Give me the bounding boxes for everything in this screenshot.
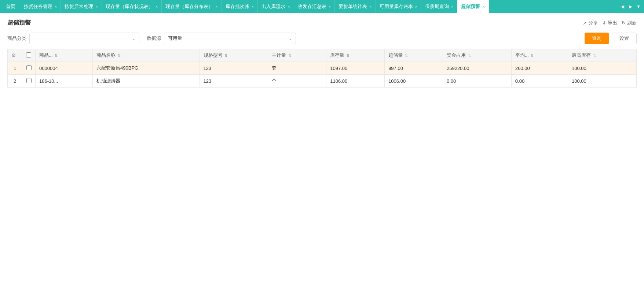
nav-tab-11[interactable]: 超储预警 × — [457, 0, 489, 13]
table-row: 1 0000004 六配套新昌490BPG 123 套 1097.00 997.… — [8, 62, 637, 75]
sort-icon-name: ⇅ — [118, 53, 121, 58]
col-over-label: 超储量 — [388, 52, 403, 58]
table-header-capital[interactable]: 资金占用 ⇅ — [443, 49, 511, 62]
nav-tab-2-label: 拣货异常处理 — [65, 3, 93, 10]
row-capital-2: 0.00 — [443, 75, 511, 88]
nav-home[interactable]: 首页 — [1, 0, 20, 13]
export-label: 导出 — [608, 20, 617, 26]
nav-tab-9-close[interactable]: × — [415, 4, 417, 9]
nav-tab-10[interactable]: 保质期查询 × — [421, 0, 457, 13]
row-select-checkbox-1[interactable] — [26, 65, 32, 70]
table-header-checkbox[interactable] — [22, 49, 36, 62]
col-maxstock-label: 最高库存 — [572, 52, 591, 58]
col-code-label: 商品... — [39, 52, 53, 58]
row-num-2: 2 — [8, 75, 22, 88]
col-stock-label: 库存量 — [330, 52, 344, 58]
row-over-1: 997.00 — [385, 62, 443, 75]
chevron-down-icon-2: ⌄ — [289, 36, 292, 41]
nav-tab-1-close[interactable]: × — [55, 4, 57, 9]
filter-actions: 查询 设置 — [585, 33, 637, 44]
sort-icon-code: ⇅ — [55, 53, 58, 58]
row-checkbox-1[interactable] — [22, 62, 36, 75]
sort-icon-over: ⇅ — [405, 53, 408, 58]
row-avg-2: 0.00 — [511, 75, 568, 88]
table-header-unit[interactable]: 主计量 ⇅ — [268, 49, 326, 62]
table-header-spec[interactable]: 规格型号 ⇅ — [200, 49, 268, 62]
page-header: 超储预警 ➚ 分享 ⇓ 导出 ↻ 刷新 — [7, 19, 637, 27]
refresh-link[interactable]: ↻ 刷新 — [622, 20, 637, 26]
row-select-checkbox-2[interactable] — [26, 78, 32, 83]
share-link[interactable]: ➚ 分享 — [583, 20, 598, 26]
nav-tab-2-close[interactable]: × — [95, 4, 98, 9]
nav-tab-4-label: 现存量（库存分布表） — [165, 3, 213, 10]
sort-icon-capital: ⇅ — [468, 53, 471, 58]
row-stock-1: 1097.00 — [326, 62, 385, 75]
header-actions: ➚ 分享 ⇓ 导出 ↻ 刷新 — [583, 20, 637, 26]
row-checkbox-2[interactable] — [22, 75, 36, 88]
col-spec-label: 规格型号 — [204, 52, 223, 58]
nav-tab-3-close[interactable]: × — [155, 4, 158, 9]
nav-tab-7-label: 收发存汇总表 — [298, 3, 326, 10]
sort-icon-avg: ⇅ — [531, 53, 534, 58]
select-all-checkbox[interactable] — [26, 52, 31, 58]
nav-tab-9[interactable]: 可用量库存账本 × — [376, 0, 421, 13]
nav-tab-1[interactable]: 拣货任务管理 × — [20, 0, 61, 13]
nav-more-button[interactable]: ▼ — [634, 0, 643, 13]
sort-icon-stock: ⇅ — [347, 53, 350, 58]
nav-tab-6-close[interactable]: × — [288, 4, 290, 9]
nav-tab-5[interactable]: 库存批次账 × — [222, 0, 258, 13]
nav-next-button[interactable]: ▶ — [626, 0, 634, 13]
nav-tab-8[interactable]: 要货单统计表 × — [335, 0, 376, 13]
nav-tab-11-close[interactable]: × — [482, 4, 484, 9]
nav-prev-button[interactable]: ◀ — [618, 0, 626, 13]
sort-icon-unit: ⇅ — [288, 53, 291, 58]
nav-tab-4[interactable]: 现存量（库存分布表） × — [162, 0, 222, 13]
table-header-settings[interactable]: ⚙ — [8, 49, 22, 62]
sort-icon-spec: ⇅ — [224, 53, 227, 58]
table-header-row: ⚙ 商品... ⇅ 商品名称 ⇅ 规格型号 ⇅ 主计量 — [8, 49, 637, 62]
row-spec-2: 123 — [200, 75, 268, 88]
col-avg-label: 平均... — [515, 52, 529, 58]
row-name-1: 六配套新昌490BPG — [93, 62, 200, 75]
nav-tab-1-label: 拣货任务管理 — [24, 3, 52, 10]
row-num-1: 1 — [8, 62, 22, 75]
datasource-select[interactable]: 可用量 ⌄ — [164, 33, 296, 44]
datasource-select-value: 可用量 — [168, 35, 182, 42]
row-unit-1: 套 — [268, 62, 326, 75]
nav-tab-5-close[interactable]: × — [252, 4, 254, 9]
nav-tab-11-label: 超储预警 — [461, 3, 480, 10]
category-filter: 商品分类 ⌄ — [7, 33, 139, 44]
export-link[interactable]: ⇓ 导出 — [602, 20, 617, 26]
row-over-2: 1006.00 — [385, 75, 443, 88]
nav-tab-10-label: 保质期查询 — [425, 3, 449, 10]
settings-button[interactable]: 设置 — [612, 33, 637, 44]
nav-tab-9-label: 可用量库存账本 — [380, 3, 413, 10]
query-button[interactable]: 查询 — [585, 33, 609, 44]
nav-tab-3[interactable]: 现存量（库存状况表） × — [102, 0, 162, 13]
table-header-code[interactable]: 商品... ⇅ — [36, 49, 93, 62]
page-title: 超储预警 — [7, 19, 31, 27]
nav-tab-10-close[interactable]: × — [451, 4, 453, 9]
nav-tab-6-label: 出入库流水 — [261, 3, 285, 10]
nav-tab-4-close[interactable]: × — [215, 4, 217, 9]
table-header-maxstock[interactable]: 最高库存 ⇅ — [568, 49, 637, 62]
table-header-avg[interactable]: 平均... ⇅ — [511, 49, 568, 62]
row-maxstock-1: 100.00 — [568, 62, 637, 75]
datasource-filter: 数据源 可用量 ⌄ — [147, 33, 296, 44]
col-name-label: 商品名称 — [96, 52, 116, 58]
refresh-label: 刷新 — [627, 20, 637, 26]
nav-tab-5-label: 库存批次账 — [226, 3, 249, 10]
category-label: 商品分类 — [7, 35, 26, 42]
main-content: 超储预警 ➚ 分享 ⇓ 导出 ↻ 刷新 商品分类 ⌄ 数据源 — [0, 13, 644, 293]
nav-tab-6[interactable]: 出入库流水 × — [258, 0, 294, 13]
table-header-over[interactable]: 超储量 ⇅ — [385, 49, 443, 62]
nav-tab-8-close[interactable]: × — [369, 4, 372, 9]
nav-tab-2[interactable]: 拣货异常处理 × — [61, 0, 102, 13]
refresh-icon: ↻ — [622, 20, 626, 26]
category-select[interactable]: ⌄ — [29, 33, 139, 44]
table-header-stock[interactable]: 库存量 ⇅ — [326, 49, 385, 62]
table-header-name[interactable]: 商品名称 ⇅ — [93, 49, 200, 62]
nav-tab-7-close[interactable]: × — [329, 4, 331, 9]
nav-arrows: ◀ ▶ ▼ — [618, 0, 643, 13]
nav-tab-7[interactable]: 收发存汇总表 × — [294, 0, 335, 13]
